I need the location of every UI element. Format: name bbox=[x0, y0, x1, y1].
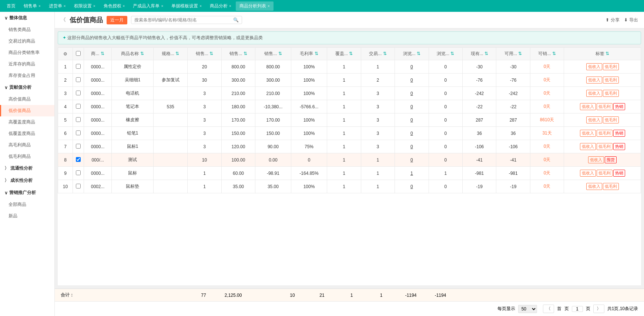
sidebar-group-contribution[interactable]: ∨ 贡献值分析 bbox=[0, 81, 54, 94]
row-checkbox[interactable] bbox=[76, 64, 81, 69]
col-browse2[interactable]: 浏览... ⇅ bbox=[429, 48, 462, 60]
sidebar-group-marketing[interactable]: ∨ 营销推广分析 bbox=[0, 187, 54, 199]
browse1-link[interactable]: 0 bbox=[410, 104, 413, 109]
close-icon[interactable]: × bbox=[161, 4, 163, 8]
row-checkbox[interactable] bbox=[76, 184, 81, 188]
cell-checkbox[interactable] bbox=[73, 153, 84, 167]
cell-browse1[interactable]: 0 bbox=[395, 87, 429, 100]
sidebar-item-category-sales[interactable]: 商品分类销售率 bbox=[0, 47, 54, 58]
col-browse1[interactable]: 浏览... ⇅ bbox=[395, 48, 429, 60]
nav-role-auth[interactable]: 角色授权 × bbox=[100, 1, 129, 11]
col-sale-qty[interactable]: 销售... ⇅ bbox=[188, 48, 221, 60]
cell-checkbox[interactable] bbox=[73, 140, 84, 153]
row-checkbox[interactable] bbox=[76, 104, 81, 109]
sidebar-collapse-btn[interactable]: 《 bbox=[61, 17, 66, 23]
browse1-link[interactable]: 0 bbox=[410, 118, 413, 123]
row-checkbox[interactable] bbox=[76, 157, 81, 162]
col-margin[interactable]: 毛利率 ⇅ bbox=[291, 48, 327, 60]
close-icon[interactable]: × bbox=[229, 4, 231, 8]
cell-checkbox[interactable] bbox=[73, 60, 84, 74]
sidebar-group-overall[interactable]: ∨ 整体信息 bbox=[0, 12, 54, 24]
nav-product-entry[interactable]: 产成品入库单 × bbox=[129, 1, 167, 11]
sidebar-item-low-value[interactable]: 低价值商品 bbox=[0, 105, 54, 116]
col-spec[interactable]: 规格... ⇅ bbox=[153, 48, 187, 60]
row-checkbox[interactable] bbox=[76, 91, 81, 95]
sidebar-item-high-value[interactable]: 高价值商品 bbox=[0, 94, 54, 105]
cell-browse1[interactable]: 0 bbox=[395, 113, 429, 127]
close-icon[interactable]: × bbox=[93, 4, 95, 8]
browse1-link[interactable]: 1 bbox=[410, 171, 413, 176]
cell-browse1[interactable]: 0 bbox=[395, 60, 429, 74]
nav-product-analysis-list[interactable]: 商品分析列表 × bbox=[236, 1, 274, 11]
sidebar-item-high-margin[interactable]: 高毛利商品 bbox=[0, 139, 54, 151]
row-checkbox[interactable] bbox=[76, 144, 81, 149]
sidebar-item-all-goods[interactable]: 全部商品 bbox=[0, 199, 54, 210]
cell-browse1[interactable]: 0 bbox=[395, 140, 429, 153]
sidebar-item-low-margin[interactable]: 低毛利商品 bbox=[0, 151, 54, 162]
cell-browse1[interactable]: 0 bbox=[395, 100, 429, 113]
browse1-link[interactable]: 0 bbox=[410, 184, 413, 189]
col-tags[interactable]: 标签 ⇅ bbox=[564, 48, 641, 60]
cell-checkbox[interactable] bbox=[73, 127, 84, 140]
cell-checkbox[interactable] bbox=[73, 100, 84, 113]
sidebar-item-sales-goods[interactable]: 销售类商品 bbox=[0, 24, 54, 35]
col-trade[interactable]: 交易... ⇅ bbox=[361, 48, 395, 60]
cell-checkbox[interactable] bbox=[73, 74, 84, 87]
select-all-checkbox[interactable] bbox=[76, 51, 81, 56]
row-checkbox[interactable] bbox=[76, 117, 81, 122]
export-button[interactable]: ⬇ 导出 bbox=[624, 17, 638, 23]
sidebar-item-low-coverage[interactable]: 低覆盖度商品 bbox=[0, 128, 54, 139]
browse1-link[interactable]: 0 bbox=[410, 91, 413, 96]
browse1-link[interactable]: 0 bbox=[410, 157, 413, 163]
col-sellable[interactable]: 可销... ⇅ bbox=[530, 48, 564, 60]
period-button[interactable]: 近一月 bbox=[107, 16, 127, 24]
sidebar-item-new-goods[interactable]: 新品 bbox=[0, 210, 54, 222]
col-current[interactable]: 现有... ⇅ bbox=[463, 48, 496, 60]
cell-browse1[interactable]: 0 bbox=[395, 127, 429, 140]
page-size-select[interactable]: 50 100 200 bbox=[518, 305, 537, 313]
close-icon[interactable]: × bbox=[199, 4, 202, 8]
row-checkbox[interactable] bbox=[76, 130, 81, 135]
sidebar-item-high-coverage[interactable]: 高覆盖度商品 bbox=[0, 116, 54, 128]
sidebar-group-circulation[interactable]: 〉 流通性分析 bbox=[0, 162, 54, 174]
search-icon[interactable]: 🔍 bbox=[233, 17, 239, 23]
cell-checkbox[interactable] bbox=[73, 167, 84, 180]
browse1-link[interactable]: 0 bbox=[410, 78, 413, 83]
col-checkbox[interactable] bbox=[73, 48, 84, 60]
browse1-link[interactable]: 0 bbox=[410, 144, 413, 149]
nav-purchase[interactable]: 进货单 × bbox=[45, 1, 70, 11]
sidebar-group-growth[interactable]: 〉 成长性分析 bbox=[0, 174, 54, 187]
nav-product-analysis[interactable]: 商品分析 × bbox=[206, 1, 235, 11]
close-icon[interactable]: × bbox=[38, 4, 41, 8]
browse1-link[interactable]: 0 bbox=[410, 131, 413, 136]
nav-template-settings[interactable]: 单据模板设置 × bbox=[168, 1, 205, 11]
next-page-btn[interactable]: 〉 bbox=[593, 305, 604, 313]
search-input[interactable] bbox=[134, 17, 233, 23]
cell-browse1[interactable]: 0 bbox=[395, 180, 429, 193]
browse1-link[interactable]: 0 bbox=[410, 64, 413, 69]
cell-browse1[interactable]: 1 bbox=[395, 167, 429, 180]
nav-permissions[interactable]: 权限设置 × bbox=[70, 1, 99, 11]
row-checkbox[interactable] bbox=[76, 170, 81, 175]
close-icon[interactable]: × bbox=[64, 4, 66, 8]
close-icon[interactable]: × bbox=[123, 4, 125, 8]
sidebar-item-stock-capital[interactable]: 库存资金占用 bbox=[0, 70, 54, 81]
cell-browse1[interactable]: 0 bbox=[395, 153, 429, 167]
page-number-input[interactable] bbox=[572, 306, 583, 312]
col-settings[interactable]: ⚙ bbox=[58, 48, 73, 60]
close-icon[interactable]: × bbox=[268, 4, 270, 8]
nav-home[interactable]: 首页 bbox=[3, 1, 19, 11]
nav-sales[interactable]: 销售单 × bbox=[20, 1, 44, 11]
sidebar-item-traded-goods[interactable]: 交易过的商品 bbox=[0, 35, 54, 47]
col-coverage[interactable]: 覆盖... ⇅ bbox=[327, 48, 361, 60]
cell-checkbox[interactable] bbox=[73, 113, 84, 127]
cell-browse1[interactable]: 0 bbox=[395, 74, 429, 87]
col-available[interactable]: 可用... ⇅ bbox=[496, 48, 530, 60]
prev-page-btn[interactable]: 〈 bbox=[543, 305, 554, 313]
col-sale-amount[interactable]: 销售... ⇅ bbox=[221, 48, 255, 60]
col-sale-price[interactable]: 销售... ⇅ bbox=[255, 48, 291, 60]
share-button[interactable]: ⬆ 分享 bbox=[606, 17, 620, 23]
row-checkbox[interactable] bbox=[76, 77, 81, 82]
cell-checkbox[interactable] bbox=[73, 180, 84, 193]
col-name[interactable]: 商品名称 ⇅ bbox=[112, 48, 154, 60]
